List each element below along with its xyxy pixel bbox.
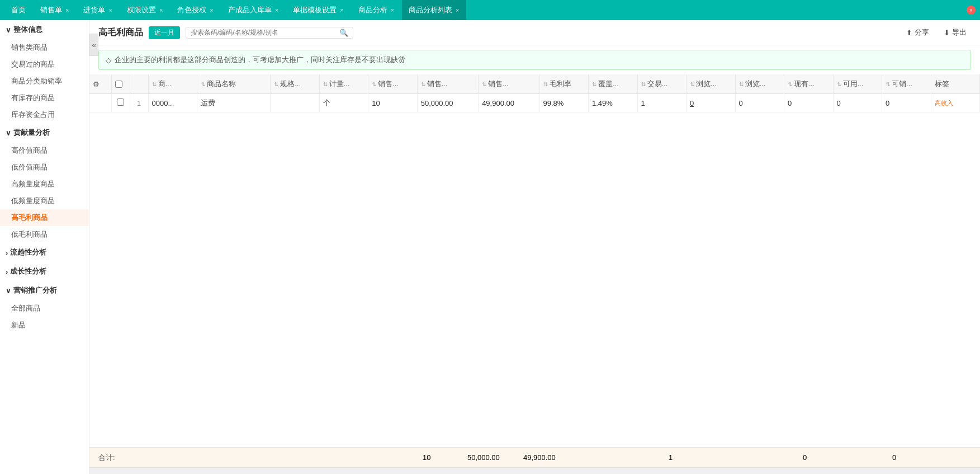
sidebar-item-inventory-ratio[interactable]: 库存资金占用 (0, 106, 89, 123)
export-button[interactable]: ⬇ 导出 (939, 26, 971, 39)
th-name[interactable]: ⇅ 商品名称 (197, 74, 271, 94)
sidebar-item-high-freq[interactable]: 高频量度商品 (0, 176, 89, 193)
sidebar-item-sales-goods[interactable]: 销售类商品 (0, 39, 89, 56)
data-table: ⚙ ⇅ 商... (89, 74, 980, 112)
sort-icon: ⇅ (482, 81, 486, 87)
th-gross-margin[interactable]: ⇅ 毛利率 (539, 74, 589, 94)
sidebar-section-overall[interactable]: ∨ 整体信息 (0, 20, 89, 39)
footer-current-stock: 0 (803, 453, 848, 462)
sidebar-item-new-goods[interactable]: 新品 (0, 317, 89, 334)
chevron-right-icon: › (6, 267, 8, 276)
sidebar-item-low-margin[interactable]: 低毛利商品 (0, 226, 89, 243)
td-browse1[interactable]: 0 (687, 94, 736, 112)
td-available: 0 (833, 94, 882, 112)
nav-role-auth[interactable]: 角色授权 × (171, 0, 220, 20)
close-icon[interactable]: × (159, 7, 163, 13)
sort-icon: ⇅ (372, 81, 376, 87)
sidebar-item-high-margin[interactable]: 高毛利商品 (0, 209, 89, 226)
settings-icon[interactable]: ⚙ (93, 80, 100, 88)
select-all-checkbox[interactable] (115, 81, 122, 88)
th-transactions[interactable]: ⇅ 交易... (637, 74, 687, 94)
th-sales-cost[interactable]: ⇅ 销售... (479, 74, 539, 94)
share-button[interactable]: ⬆ 分享 (902, 26, 934, 39)
search-input[interactable] (191, 29, 337, 36)
info-icon: ◇ (106, 56, 111, 64)
sidebar-item-goods-analysis[interactable]: 商品分类助销率 (0, 73, 89, 90)
sidebar-item-low-freq[interactable]: 低频量度商品 (0, 193, 89, 209)
td-sales-cost: 49,900.00 (479, 94, 539, 112)
th-settings[interactable]: ⚙ (89, 74, 111, 94)
close-icon[interactable]: × (275, 7, 278, 13)
horizontal-scrollbar[interactable] (89, 467, 980, 474)
sort-icon: ⇅ (323, 81, 328, 87)
close-icon[interactable]: × (65, 7, 69, 13)
td-checkbox[interactable] (111, 94, 130, 112)
th-browse2[interactable]: ⇅ 浏览... (735, 74, 784, 94)
sort-icon: ⇅ (201, 81, 205, 87)
td-saleable: 0 (882, 94, 931, 112)
page-title: 高毛利商品 (98, 27, 143, 39)
sort-icon: ⇅ (592, 81, 596, 87)
nav-goods-analysis-list[interactable]: 商品分析列表 × (402, 0, 466, 20)
nav-product-inbound[interactable]: 产成品入库单 × (221, 0, 285, 20)
sidebar-section-growth[interactable]: › 成长性分析 (0, 262, 89, 281)
footer-transactions: 1 (669, 453, 713, 462)
th-sales-amount[interactable]: ⇅ 销售... (417, 74, 478, 94)
sort-icon: ⇅ (788, 81, 792, 87)
footer-row: 合计: 10 50,000.00 49,900.00 1 0 0 (89, 447, 980, 467)
sidebar-item-traded-goods[interactable]: 交易过的商品 (0, 56, 89, 73)
sidebar-section-wealth[interactable]: ∨ 贡献量分析 (0, 123, 89, 142)
nav-permission-settings[interactable]: 权限设置 × (120, 0, 169, 20)
th-browse1[interactable]: ⇅ 浏览... (687, 74, 736, 94)
tag-badge: 高收入 (935, 100, 953, 106)
th-available[interactable]: ⇅ 可用... (833, 74, 882, 94)
sidebar-item-all-goods[interactable]: 全部商品 (0, 300, 89, 317)
th-saleable[interactable]: ⇅ 可销... (882, 74, 931, 94)
chevron-down-icon: ∨ (6, 129, 11, 137)
sort-icon: ⇅ (739, 81, 744, 87)
period-button[interactable]: 近一月 (149, 26, 180, 39)
header-actions: ⬆ 分享 ⬇ 导出 (902, 26, 971, 39)
td-index: 1 (130, 94, 148, 112)
sidebar-section-trend[interactable]: › 流趋性分析 (0, 243, 89, 262)
search-box: 🔍 (186, 27, 353, 39)
th-spec[interactable]: ⇅ 规格... (271, 74, 320, 94)
nav-purchase-order[interactable]: 进货单 × (77, 0, 119, 20)
th-sales-qty[interactable]: ⇅ 销售... (368, 74, 418, 94)
td-sales-amount: 50,000.00 (417, 94, 478, 112)
th-unit[interactable]: ⇅ 计量... (319, 74, 368, 94)
row-checkbox[interactable] (117, 98, 124, 106)
nav-sales-order[interactable]: 销售单 × (34, 0, 75, 20)
window-close-btn[interactable]: × (967, 6, 976, 15)
nav-template-settings[interactable]: 单据模板设置 × (286, 0, 350, 20)
top-navigation: 首页 销售单 × 进货单 × 权限设置 × 角色授权 × 产成品入库单 × 单据… (0, 0, 980, 20)
window-controls: × (967, 6, 976, 15)
sidebar-collapse-button[interactable]: « (89, 34, 98, 56)
th-current-stock[interactable]: ⇅ 现有... (784, 74, 834, 94)
sidebar-item-low-value[interactable]: 低价值商品 (0, 159, 89, 176)
th-coverage[interactable]: ⇅ 覆盖... (589, 74, 638, 94)
th-code[interactable]: ⇅ 商... (148, 74, 197, 94)
nav-goods-analysis[interactable]: 商品分析 × (352, 0, 401, 20)
table-container: ⚙ ⇅ 商... (89, 74, 980, 447)
footer-saleable: 0 (892, 453, 937, 462)
td-settings (89, 94, 111, 112)
close-icon[interactable]: × (456, 7, 459, 13)
sidebar-item-stocked-goods[interactable]: 有库存的商品 (0, 90, 89, 106)
share-icon: ⬆ (906, 29, 912, 37)
browse1-link[interactable]: 0 (690, 99, 694, 107)
search-icon[interactable]: 🔍 (339, 29, 348, 37)
close-icon[interactable]: × (108, 7, 112, 13)
td-spec (271, 94, 320, 112)
sidebar-section-marketing[interactable]: ∨ 营销推广分析 (0, 281, 89, 300)
close-icon[interactable]: × (210, 7, 213, 13)
td-sales-qty: 10 (368, 94, 418, 112)
td-coverage: 1.49% (589, 94, 638, 112)
close-icon[interactable]: × (391, 7, 394, 13)
main-layout: ∨ 整体信息 销售类商品 交易过的商品 商品分类助销率 有库存的商品 库存资金占… (0, 20, 980, 474)
nav-home[interactable]: 首页 (4, 0, 32, 20)
info-banner: ◇ 企业的主要的利润都是这部分商品创造的，可考虑加大推广，同时关注库存是不要出现… (98, 50, 971, 70)
close-icon[interactable]: × (340, 7, 343, 13)
th-tag: 标签 (931, 74, 980, 94)
sidebar-item-high-value[interactable]: 高价值商品 (0, 142, 89, 159)
